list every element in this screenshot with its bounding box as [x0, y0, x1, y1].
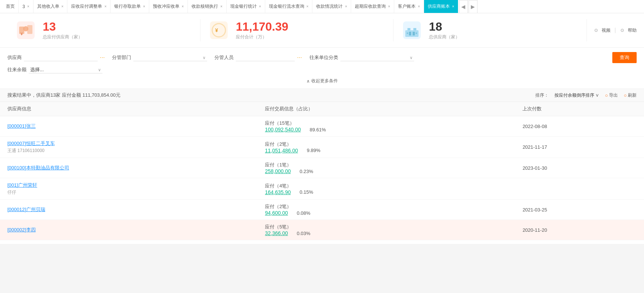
close-icon[interactable]: × [418, 4, 420, 8]
result-actions: 排序： 按应付余额倒序排序 ∨ ○ 导出 ○ 刷新 [535, 92, 637, 99]
svg-rect-10 [407, 28, 410, 30]
tx-label: 应付（5笔） [265, 224, 508, 230]
tab-ap-adjust[interactable]: 应收应付调整单 × [67, 0, 111, 13]
close-icon[interactable]: × [345, 4, 347, 8]
nav-next-button[interactable]: ▶ [469, 0, 477, 13]
collapse-button[interactable]: ∧ 收起更多条件 [7, 76, 637, 86]
supplier-link[interactable]: [000001]张三 [7, 123, 36, 129]
supplier-sub-info: 仔仔 [7, 189, 250, 196]
tab-overdue[interactable]: 超期应收款查询 × [351, 0, 394, 13]
ap-total-label: 应付合计（万） [236, 34, 288, 40]
collapse-label: 收起更多条件 [311, 78, 338, 84]
filter-section: 供应商 ··· 分管部门 ∨ 分管人员 ··· [0, 48, 644, 89]
tx-amount[interactable]: 32,366.00 [265, 230, 288, 236]
ap-supplier-label: 总应付供应商（家） [43, 34, 83, 40]
tx-amount[interactable]: 100,092,540.00 [265, 127, 301, 132]
person-filter-label: 分管人员 [214, 54, 234, 61]
tab-advance[interactable]: 预收冲应收单 × [149, 0, 188, 13]
help-link[interactable]: 帮助 [628, 27, 637, 34]
supplier-link[interactable]: [000007]恒旺二手叉车 [7, 141, 55, 146]
tx-amount[interactable]: 164,635.90 [265, 189, 291, 195]
tx-amount[interactable]: 258,000.00 [265, 168, 291, 174]
transaction-cell: 应付（1笔）258,000.000.23% [258, 158, 515, 178]
close-icon[interactable]: × [388, 4, 390, 8]
tx-percent: 0.08% [297, 210, 310, 216]
close-icon[interactable]: × [307, 4, 309, 8]
last-payment-date: 2022-08-08 [522, 124, 547, 129]
category-select[interactable] [340, 54, 414, 61]
col-transaction-header: 应付交易信息（占比） [258, 102, 515, 116]
supplier-cell: [000007]恒旺二手叉车王通 17106110000 [0, 137, 258, 158]
suppliers-ap-icon: ¥ [15, 19, 37, 41]
svg-text:¥: ¥ [215, 27, 218, 33]
summary-card-suppliers-ap: ¥ 13 总应付供应商（家） [7, 19, 200, 41]
supplier-link[interactable]: [001]广州荣轩 [7, 182, 37, 188]
transaction-cell: 应付（2笔）11,051,486.009.89% [258, 137, 515, 158]
tab-bank-deposit[interactable]: 银行存取款单 × [111, 0, 149, 13]
supplier-dots-icon[interactable]: ··· [100, 54, 105, 61]
tab-cash-bank-flow[interactable]: 现金银行流水查询 × [265, 0, 313, 13]
tab-collect-stat[interactable]: 收款情况统计 × [312, 0, 351, 13]
supplier-cell: [000001]张三 [0, 116, 258, 137]
person-input[interactable] [236, 54, 295, 61]
tab-home[interactable]: 首页 [2, 0, 19, 13]
close-icon[interactable]: × [182, 4, 184, 8]
card-info-ap: 13 总应付供应商（家） [43, 20, 83, 40]
supplier-link[interactable]: [000100]本特勤油品有限公司 [7, 165, 69, 170]
balance-select[interactable]: 选择... [29, 66, 102, 73]
total-suppliers-icon [401, 19, 423, 41]
last-payment-date: 2021-11-17 [522, 144, 547, 150]
filter-balance: 往来余额 选择... ∨ [7, 66, 102, 73]
svg-rect-14 [407, 32, 408, 34]
tx-amount[interactable]: 11,051,486.00 [265, 148, 298, 154]
tab-other-income[interactable]: 其他收入单 × [34, 0, 68, 13]
last-payment-cell: 2023-01-30 [515, 158, 644, 178]
tx-percent: 0.15% [300, 189, 313, 195]
close-icon[interactable]: × [62, 4, 64, 8]
dept-filter-label: 分管部门 [112, 54, 131, 61]
export-button[interactable]: ○ 导出 [605, 92, 618, 99]
close-icon[interactable]: × [452, 4, 454, 8]
sort-value[interactable]: 按应付余额倒序排序 ∨ [554, 92, 599, 99]
total-supplier-label: 总供应商（家） [429, 34, 460, 40]
tab-t3[interactable]: 3 × [19, 0, 34, 13]
svg-rect-12 [409, 32, 411, 35]
collapse-up-icon: ∧ [307, 79, 310, 84]
close-icon[interactable]: × [259, 4, 261, 8]
dept-select[interactable] [133, 54, 207, 61]
refresh-button[interactable]: ○ 刷新 [624, 92, 637, 99]
filter-row-2: 往来余额 选择... ∨ [7, 66, 637, 73]
person-dots-icon[interactable]: ··· [297, 54, 302, 61]
svg-rect-13 [413, 32, 415, 35]
tab-supplier-account[interactable]: 供应商账本 × [424, 0, 458, 13]
table-header-row: 供应商信息 应付交易信息（占比） 上次付数 [0, 102, 644, 116]
svg-point-3 [23, 26, 28, 31]
last-payment-date: 2021-03-25 [522, 207, 547, 213]
tab-customer-account[interactable]: 客户账本 × [394, 0, 424, 13]
total-supplier-count: 18 [429, 20, 460, 33]
supplier-input[interactable] [24, 54, 98, 61]
transaction-cell: 应付（4笔）164,635.900.15% [258, 178, 515, 200]
table-row: [000007]恒旺二手叉车王通 17106110000应付（2笔）11,051… [0, 137, 644, 158]
video-link[interactable]: 视频 [602, 27, 610, 34]
supplier-link[interactable]: [000012]广州贝瑞 [7, 207, 45, 212]
tx-percent: 0.23% [300, 169, 313, 174]
tab-collect-exec[interactable]: 收款核销执行 × [188, 0, 227, 13]
close-icon[interactable]: × [143, 4, 145, 8]
summary-section: ¥ 13 总应付供应商（家） ¥ 11,170.39 应付合计（万） [0, 13, 644, 48]
table-row: [000012]广州贝瑞应付（2笔）94,600.000.08%2021-03-… [0, 200, 644, 220]
tx-amount[interactable]: 94,600.00 [265, 210, 288, 216]
result-text: 搜索结果中，供应商13家 应付金额 111,703,854.00元 [7, 92, 120, 99]
supplier-sub-info: 王通 17106110000 [7, 148, 250, 154]
close-icon[interactable]: × [220, 4, 223, 8]
result-bar: 搜索结果中，供应商13家 应付金额 111,703,854.00元 排序： 按应… [0, 89, 644, 102]
nav-prev-button[interactable]: ◀ [459, 0, 468, 13]
tab-cash-bank-stat[interactable]: 现金银行统计 × [227, 0, 265, 13]
supplier-link[interactable]: [000002]李四 [7, 227, 36, 232]
ap-supplier-count: 13 [43, 20, 83, 33]
close-icon[interactable]: × [104, 4, 106, 8]
tx-label: 应付（2笔） [265, 203, 508, 210]
close-icon[interactable]: × [27, 4, 29, 8]
search-button[interactable]: 查询 [612, 52, 637, 63]
last-payment-cell: 2021-11-17 [515, 137, 644, 158]
